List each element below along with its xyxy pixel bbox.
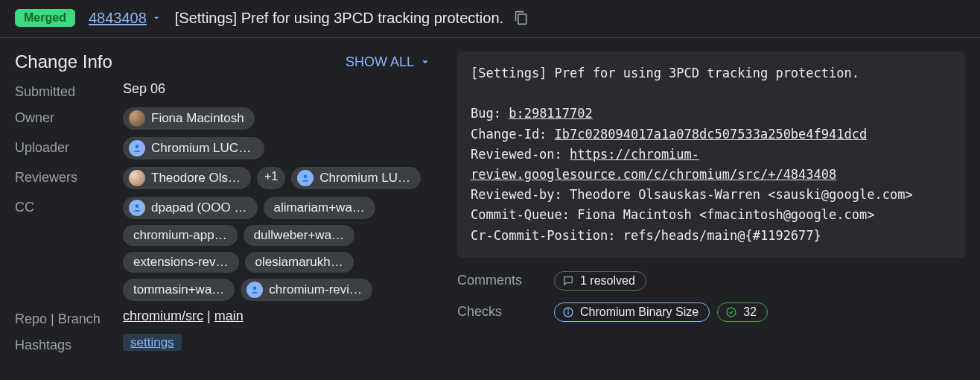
reviewer-name: Chromium LU… <box>319 171 410 186</box>
cc-name: dpapad (OOO … <box>151 200 247 215</box>
svg-point-1 <box>304 174 308 178</box>
info-icon <box>562 306 574 318</box>
reviewed-by-line: Reviewed-by: Theodore Olsauskas-Warren <… <box>471 187 913 202</box>
cc-name: dullweber+wa… <box>254 228 344 243</box>
cr-commit-position-line: Cr-Commit-Position: refs/heads/main@{#11… <box>471 228 821 243</box>
comments-resolved-text: 1 resolved <box>580 274 635 288</box>
check-pill-success[interactable]: 32 <box>717 303 768 322</box>
label-hashtags: Hashtags <box>15 335 123 353</box>
cc-chip[interactable]: chromium-revi… <box>241 279 372 301</box>
cc-chip[interactable]: olesiamarukh… <box>245 252 354 273</box>
reviewer-chip[interactable]: Theodore Ols… <box>123 167 251 189</box>
avatar <box>129 170 145 186</box>
show-all-button[interactable]: SHOW ALL <box>346 54 432 70</box>
cc-chip[interactable]: dpapad (OOO … <box>123 197 258 219</box>
label-repo-branch: Repo | Branch <box>15 308 123 327</box>
commit-queue-line: Commit-Queue: Fiona Macintosh <fmacintos… <box>471 207 874 222</box>
chevron-down-icon <box>419 55 432 69</box>
svg-point-0 <box>136 145 139 148</box>
repo-branch-value: chromium/src | main <box>123 308 432 324</box>
change-title: [Settings] Pref for using 3PCD tracking … <box>175 10 503 27</box>
repo-separator: | <box>203 308 214 323</box>
avatar <box>129 140 145 156</box>
change-id-link[interactable]: Ib7c028094017a1a078dc507533a250be4f941dc… <box>555 127 868 142</box>
label-reviewers: Reviewers <box>15 167 123 186</box>
reviewed-on-label: Reviewed-on: <box>471 147 570 162</box>
reviewer-overflow-badge[interactable]: +1 <box>257 167 285 189</box>
cc-name: extensions-rev… <box>133 255 229 270</box>
cc-chip[interactable]: alimariam+wa… <box>264 197 375 219</box>
owner-chip[interactable]: Fiona Macintosh <box>123 107 255 130</box>
reviewer-name: Theodore Ols… <box>151 171 241 186</box>
svg-point-6 <box>568 309 569 310</box>
change-header: Merged 4843408 [Settings] Pref for using… <box>0 0 980 38</box>
owner-name: Fiona Macintosh <box>151 111 244 126</box>
label-uploader: Uploader <box>15 137 123 156</box>
check-info-text: Chromium Binary Size <box>580 305 699 319</box>
cc-name: chromium-app… <box>133 228 227 243</box>
cc-name: tommasin+wa… <box>133 282 224 297</box>
branch-link[interactable]: main <box>214 308 244 323</box>
value-submitted: Sep 06 <box>123 81 432 97</box>
cc-name: alimariam+wa… <box>274 200 365 215</box>
hashtag-chip[interactable]: settings <box>123 334 182 351</box>
bug-label: Bug: <box>471 106 509 121</box>
svg-point-7 <box>727 308 736 317</box>
reviewer-chip[interactable]: Chromium LU… <box>291 167 421 189</box>
label-cc: CC <box>15 197 123 215</box>
uploader-name: Chromium LUCI CQ <box>151 141 254 156</box>
change-number-link[interactable]: 4843408 <box>89 10 162 27</box>
cc-chip[interactable]: extensions-rev… <box>123 252 239 273</box>
avatar <box>246 282 263 298</box>
cc-name: chromium-revi… <box>269 282 362 297</box>
comments-label: Comments <box>457 273 554 288</box>
check-pill-info[interactable]: Chromium Binary Size <box>554 303 710 322</box>
check-circle-icon <box>725 306 737 318</box>
checks-label: Checks <box>457 304 554 320</box>
cc-chip[interactable]: chromium-app… <box>123 225 238 246</box>
repo-link[interactable]: chromium/src <box>123 308 203 323</box>
avatar <box>129 200 145 216</box>
cc-chip[interactable]: tommasin+wa… <box>123 279 235 301</box>
label-owner: Owner <box>15 107 123 126</box>
comments-resolved-pill[interactable]: 1 resolved <box>554 271 646 291</box>
change-info-panel: Change Info SHOW ALL Submitted Sep 06 Ow… <box>15 51 432 353</box>
comment-icon <box>562 275 574 287</box>
avatar <box>297 170 314 186</box>
cc-name: olesiamarukh… <box>255 255 343 270</box>
status-badge: Merged <box>15 9 75 27</box>
copy-icon[interactable] <box>514 10 529 25</box>
label-submitted: Submitted <box>15 81 123 100</box>
cc-chip[interactable]: dullweber+wa… <box>244 225 354 246</box>
cc-list: dpapad (OOO …alimariam+wa…chromium-app…d… <box>123 197 432 301</box>
svg-point-2 <box>136 204 139 208</box>
show-all-label: SHOW ALL <box>346 54 414 70</box>
change-info-heading: Change Info <box>15 51 112 72</box>
avatar <box>129 110 145 127</box>
change-number-text: 4843408 <box>89 10 147 27</box>
chevron-down-icon <box>151 13 162 23</box>
uploader-chip[interactable]: Chromium LUCI CQ <box>123 137 264 159</box>
change-id-label: Change-Id: <box>471 127 555 142</box>
svg-point-3 <box>253 286 257 290</box>
commit-subject: [Settings] Pref for using 3PCD tracking … <box>471 66 859 80</box>
check-ok-text: 32 <box>743 305 757 319</box>
commit-message: [Settings] Pref for using 3PCD tracking … <box>457 51 965 258</box>
bug-link[interactable]: b:298117702 <box>509 106 593 121</box>
